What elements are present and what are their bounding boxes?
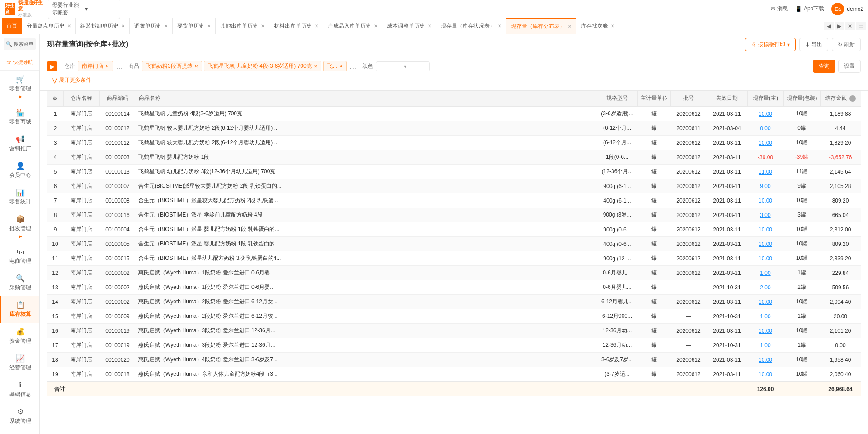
cell-pkg: 1罐 bbox=[783, 266, 820, 280]
sidebar-item-batch-mgmt[interactable]: 📦 批发管理 ▶ bbox=[0, 210, 39, 243]
sidebar-item-basics[interactable]: ℹ 基础信息 bbox=[0, 376, 39, 403]
user-area[interactable]: Ea demo2 bbox=[831, 3, 863, 15]
summary-label: 合计 bbox=[47, 382, 747, 396]
filter-row: ▶ 仓库 南岸门店 ✕ … 商品 bbox=[47, 60, 861, 73]
cell-qty[interactable]: 10.00 bbox=[747, 136, 783, 150]
cell-qty[interactable]: 1.00 bbox=[747, 309, 783, 324]
tab-material-out[interactable]: 材料出库单历史 ✕ bbox=[269, 18, 323, 34]
tab-cost-adjust-close[interactable]: ✕ bbox=[428, 24, 431, 28]
table-row: 10南岸门店00100005合生元（BIOSTIME）派星 婴儿配方奶粉 1段 … bbox=[47, 237, 861, 251]
product-tag-1[interactable]: 飞鹤奶粉3段两提装 ✕ bbox=[142, 61, 202, 71]
sidebar-item-system[interactable]: ⚙ 系统管理 bbox=[0, 403, 39, 429]
tab-batch-account[interactable]: 库存批次账 ✕ bbox=[576, 18, 619, 34]
product-tag-3-remove[interactable]: ✕ bbox=[339, 64, 343, 69]
tab-inventory-status-close[interactable]: ✕ bbox=[498, 24, 501, 28]
product-tag-3[interactable]: 飞... ✕ bbox=[323, 61, 347, 71]
cell-unit: 罐 bbox=[637, 193, 670, 208]
sidebar-item-finance[interactable]: 💰 资金管理 bbox=[0, 323, 39, 349]
cell-qty[interactable]: 11.00 bbox=[747, 165, 783, 179]
sidebar-item-enterprise[interactable]: 🤝 企业协同 bbox=[0, 429, 39, 434]
settings-btn[interactable]: 设置 bbox=[838, 60, 861, 73]
tab-prev-btn[interactable]: ◀ bbox=[824, 22, 834, 30]
cell-qty[interactable]: 10.00 bbox=[747, 237, 783, 251]
tab-batch-account-close[interactable]: ✕ bbox=[611, 24, 614, 28]
warehouse-filter-label: 仓库 bbox=[64, 62, 75, 70]
cell-qty[interactable]: 0.00 bbox=[747, 121, 783, 136]
cell-qty[interactable]: -39.00 bbox=[747, 150, 783, 165]
tab-close-all-btn[interactable]: ✕ bbox=[845, 22, 855, 30]
balance-info-icon[interactable]: i bbox=[849, 95, 856, 102]
tab-other-out-close[interactable]: ✕ bbox=[261, 24, 264, 28]
filter-expand-btn[interactable]: ▶ bbox=[47, 61, 57, 71]
expand-more-btn[interactable]: ⋁ 展开更多条件 bbox=[47, 75, 97, 86]
tab-transfer-close[interactable]: ✕ bbox=[164, 24, 168, 28]
sidebar-operations-label: 经营管理 bbox=[9, 364, 31, 372]
refresh-btn[interactable]: ↻ 刷新 bbox=[832, 38, 861, 51]
sidebar-item-retail-stats[interactable]: 📊 零售统计 bbox=[0, 184, 39, 210]
expand-more-label: 展开更多条件 bbox=[59, 76, 91, 84]
quick-nav-btn[interactable]: ☆ 快捷导航 bbox=[0, 56, 39, 68]
sidebar-item-operations[interactable]: 📈 经营管理 bbox=[0, 349, 39, 376]
product-tag-2[interactable]: 飞鹤星飞帆 儿童奶粉 4段(3-6岁适用) 700克 ✕ bbox=[204, 61, 321, 71]
product-tag-1-remove[interactable]: ✕ bbox=[194, 64, 198, 69]
tab-disassemble[interactable]: 组装拆卸单历史 ✕ bbox=[76, 18, 130, 34]
cell-qty[interactable]: 10.00 bbox=[747, 353, 783, 367]
cell-balance: 1,189.88 bbox=[820, 106, 861, 121]
th-unit: 主计量单位 bbox=[637, 91, 670, 106]
cell-qty[interactable]: 10.00 bbox=[747, 193, 783, 208]
cell-qty[interactable]: 1.00 bbox=[747, 266, 783, 280]
tab-inventory-dist[interactable]: 现存量（库存分布表） ✕ bbox=[506, 18, 576, 34]
tab-inventory-dist-close[interactable]: ✕ bbox=[568, 24, 571, 29]
product-tag-2-remove[interactable]: ✕ bbox=[314, 64, 317, 69]
tab-split-inventory-close[interactable]: ✕ bbox=[67, 24, 71, 28]
tab-other-out[interactable]: 其他出库单历史 ✕ bbox=[216, 18, 269, 34]
cell-balance: 2,105.28 bbox=[820, 179, 861, 193]
cell-qty[interactable]: 10.00 bbox=[747, 222, 783, 237]
tab-next-btn[interactable]: ▶ bbox=[835, 22, 844, 30]
warehouse-more-icon[interactable]: … bbox=[116, 62, 123, 71]
cell-qty[interactable]: 9.00 bbox=[747, 179, 783, 193]
tab-home[interactable]: 首页 bbox=[2, 18, 22, 34]
cell-qty[interactable]: 10.00 bbox=[747, 251, 783, 266]
tab-menu-btn[interactable]: ☰ bbox=[856, 22, 866, 30]
sidebar-item-ecommerce[interactable]: 🛍 电商管理 bbox=[0, 243, 39, 269]
tab-requisition[interactable]: 要货单历史 ✕ bbox=[173, 18, 216, 34]
sidebar-item-retail[interactable]: 🛒 零售管理 ▶ bbox=[0, 71, 39, 104]
sidebar-item-inventory[interactable]: 📋 库存核算 bbox=[0, 296, 39, 323]
sidebar-item-purchase[interactable]: 🔍 采购管理 bbox=[0, 269, 39, 296]
sidebar-item-marketing[interactable]: 📢 营销推广 bbox=[0, 130, 39, 157]
cell-qty[interactable]: 3.00 bbox=[747, 208, 783, 222]
sidebar-item-retail-shop[interactable]: 🏪 零售商城 bbox=[0, 104, 39, 130]
export-label: 导出 bbox=[811, 41, 822, 48]
tab-material-out-close[interactable]: ✕ bbox=[315, 24, 318, 28]
tab-disassemble-close[interactable]: ✕ bbox=[121, 24, 125, 28]
warehouse-tag[interactable]: 南岸门店 ✕ bbox=[78, 61, 113, 71]
cell-qty[interactable]: 1.00 bbox=[747, 338, 783, 353]
export-btn[interactable]: ⬇ 导出 bbox=[799, 38, 828, 51]
cell-qty[interactable]: 10.00 bbox=[747, 367, 783, 382]
cell-code: 00100019 bbox=[99, 324, 136, 338]
tab-product-in[interactable]: 产成品入库单历史 ✕ bbox=[323, 18, 382, 34]
product-more-icon[interactable]: … bbox=[349, 62, 357, 71]
sidebar-item-member[interactable]: 👤 会员中心 bbox=[0, 157, 39, 184]
color-selector[interactable]: ▾ bbox=[376, 61, 430, 71]
tab-transfer[interactable]: 调拨单历史 ✕ bbox=[130, 18, 173, 34]
cell-qty[interactable]: 2.00 bbox=[747, 280, 783, 295]
cell-balance: 2,094.40 bbox=[820, 295, 861, 309]
tab-split-inventory[interactable]: 分量盘点单历史 ✕ bbox=[22, 18, 76, 34]
cell-qty[interactable]: 10.00 bbox=[747, 295, 783, 309]
cell-qty[interactable]: 10.00 bbox=[747, 106, 783, 121]
tab-requisition-close[interactable]: ✕ bbox=[207, 24, 211, 28]
message-action[interactable]: ✉ 消息 bbox=[771, 5, 788, 13]
search-menu-btn[interactable]: 🔍 搜索菜单 bbox=[4, 38, 36, 50]
cell-qty[interactable]: 10.00 bbox=[747, 324, 783, 338]
tab-cost-adjust[interactable]: 成本调整单历史 ✕ bbox=[382, 18, 436, 34]
template-print-btn[interactable]: 🖨 按模板打印 ▾ bbox=[745, 38, 796, 51]
org-selector[interactable]: 母婴行业演示账套 ▾ bbox=[48, 0, 120, 19]
cell-no: 6 bbox=[47, 179, 63, 193]
tab-inventory-status[interactable]: 现存量（库存状况表） ✕ bbox=[436, 18, 506, 34]
tab-product-in-close[interactable]: ✕ bbox=[374, 24, 377, 28]
app-download-action[interactable]: 📱 App下载 bbox=[795, 5, 824, 13]
query-btn[interactable]: 查询 bbox=[813, 60, 835, 73]
warehouse-tag-remove[interactable]: ✕ bbox=[105, 64, 109, 69]
